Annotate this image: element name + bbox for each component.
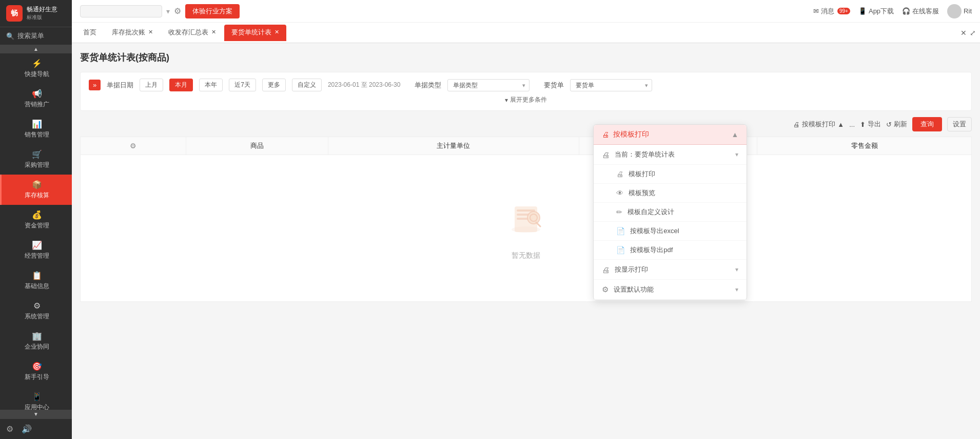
- date-custom-button[interactable]: 自定义: [292, 79, 322, 91]
- page-title: 要货单统计表(按商品): [80, 51, 972, 64]
- tab-order-stat-close[interactable]: ✕: [275, 29, 279, 35]
- settings-button[interactable]: 设置: [947, 117, 972, 131]
- export-label: 导出: [868, 120, 881, 129]
- sidebar-item-enterprise[interactable]: 🏢 企业协同: [0, 326, 72, 356]
- marketing-icon: 📢: [32, 89, 42, 99]
- user-avatar-button[interactable]: Rit: [947, 4, 972, 18]
- filter-bar: » 单据日期 上月 本月 本年 近7天 更多 自定义 2023-06-01 至 …: [80, 72, 972, 111]
- expand-more-icon: ▾: [505, 97, 508, 104]
- filter-expand-icon-button[interactable]: »: [89, 80, 101, 90]
- print-dropdown-header: 🖨 按模板打印 ▲: [594, 125, 747, 145]
- more-options-button[interactable]: ...: [849, 121, 855, 128]
- sidebar-item-label: 销售管理: [25, 130, 49, 139]
- scroll-up-button[interactable]: ▲: [0, 45, 72, 53]
- message-button[interactable]: ✉ 消息 99+: [813, 7, 850, 16]
- table-settings-icon[interactable]: ⚙: [130, 142, 136, 150]
- template-design-label: 模板自定义设计: [628, 207, 674, 217]
- tab-batch-account[interactable]: 库存批次账 ✕: [105, 25, 160, 41]
- expand-more-button[interactable]: ▾ 展开更多条件: [505, 96, 547, 104]
- date-this-month-button[interactable]: 本月: [169, 79, 193, 91]
- newbie-icon: 🎯: [32, 361, 42, 371]
- template-print-icon: 🖨: [616, 170, 623, 178]
- template-export-excel-item[interactable]: 📄 按模板导出excel: [594, 222, 747, 241]
- template-preview-icon: 👁: [616, 189, 623, 197]
- template-print-item[interactable]: 🖨 模板打印: [594, 165, 747, 184]
- svg-point-5: [527, 212, 540, 224]
- print-icon: 🖨: [793, 121, 800, 128]
- filter-action-row: ▾ 展开更多条件: [89, 91, 963, 104]
- app-name: 畅通好生意: [27, 6, 57, 14]
- sidebar-item-quick-nav[interactable]: ⚡ 快捷导航: [0, 53, 72, 84]
- download-icon: 📱: [858, 7, 867, 15]
- quick-nav-icon: ⚡: [32, 59, 42, 68]
- col-retail-amount: 零售金额: [757, 137, 972, 155]
- scroll-down-button[interactable]: ▼: [0, 410, 72, 418]
- message-badge: 99+: [837, 8, 850, 14]
- set-default-item[interactable]: ⚙ 设置默认功能 ▾: [594, 280, 747, 300]
- sidebar-item-system[interactable]: ⚙ 系统管理: [0, 296, 72, 326]
- empty-icon: [505, 196, 546, 245]
- date-more-button[interactable]: 更多: [262, 79, 286, 91]
- print-button[interactable]: 🖨 按模板打印 ▲: [793, 120, 844, 129]
- sidebar-item-newbie[interactable]: 🎯 新手引导: [0, 356, 72, 387]
- app-download-button[interactable]: 📱 App下载: [858, 7, 894, 16]
- tab-receipt-summary-close[interactable]: ✕: [211, 29, 216, 35]
- topbar-search-icon[interactable]: ▾: [166, 7, 170, 15]
- app-logo-icon: 畅: [6, 5, 23, 22]
- col-settings[interactable]: ⚙: [81, 137, 186, 155]
- type-filter-select[interactable]: 单据类型: [447, 79, 530, 91]
- sidebar-search[interactable]: 🔍 搜索菜单: [0, 27, 72, 45]
- tab-batch-account-close[interactable]: ✕: [148, 29, 153, 35]
- template-design-item[interactable]: ✏ 模板自定义设计: [594, 203, 747, 222]
- template-preview-item[interactable]: 👁 模板预览: [594, 184, 747, 203]
- sidebar-item-marketing[interactable]: 📢 营销推广: [0, 84, 72, 114]
- date-last-7days-button[interactable]: 近7天: [229, 79, 256, 91]
- sidebar-logo: 畅 畅通好生意 标准版: [0, 0, 72, 27]
- query-button[interactable]: 查询: [912, 117, 942, 131]
- sidebar-item-label: 应用中心: [25, 403, 49, 410]
- industry-solution-button[interactable]: 体验行业方案: [185, 4, 240, 18]
- order-type-select[interactable]: 要货单: [570, 79, 652, 91]
- main-area: ▾ ⚙ 体验行业方案 ✉ 消息 99+ 📱 App下载 🎧 在线客服 Rit: [72, 0, 980, 439]
- settings-icon[interactable]: ⚙: [6, 424, 13, 434]
- tab-order-stat[interactable]: 要货单统计表 ✕: [224, 25, 286, 41]
- topbar: ▾ ⚙ 体验行业方案 ✉ 消息 99+ 📱 App下载 🎧 在线客服 Rit: [72, 0, 980, 23]
- data-table: ⚙ 商品 主计量单位 主数量 零售金额: [80, 137, 972, 302]
- topbar-search-input[interactable]: [80, 5, 162, 17]
- export-button[interactable]: ⬆ 导出: [860, 120, 881, 129]
- print-chevron-icon: ▲: [837, 121, 844, 128]
- template-export-pdf-label: 按模板导出pdf: [630, 245, 673, 255]
- display-print-item[interactable]: 🖨 按显示打印 ▾: [594, 260, 747, 280]
- sidebar-item-label: 系统管理: [25, 312, 49, 321]
- tab-receipt-summary[interactable]: 收发存汇总表 ✕: [161, 25, 223, 41]
- sidebar-item-sales[interactable]: 📊 销售管理: [0, 114, 72, 144]
- display-print-label: 按显示打印: [615, 265, 648, 274]
- date-this-year-button[interactable]: 本年: [199, 79, 223, 91]
- tab-home[interactable]: 首页: [76, 25, 104, 41]
- sidebar-item-basic[interactable]: 📋 基础信息: [0, 265, 72, 296]
- sales-icon: 📊: [32, 119, 42, 129]
- audio-icon[interactable]: 🔊: [22, 424, 32, 434]
- enterprise-icon: 🏢: [32, 331, 42, 341]
- refresh-button[interactable]: ↺ 刷新: [886, 120, 907, 129]
- print-dropdown-current[interactable]: 🖨 当前：要货单统计表 ▾: [594, 145, 747, 165]
- tab-expand-button[interactable]: ⤢: [970, 29, 976, 37]
- sidebar-item-finance[interactable]: 💰 资金管理: [0, 205, 72, 235]
- sidebar-item-purchase[interactable]: 🛒 采购管理: [0, 144, 72, 175]
- tab-close-all-button[interactable]: ✕: [961, 29, 967, 37]
- template-export-pdf-item[interactable]: 📄 按模板导出pdf: [594, 241, 747, 260]
- print-dropdown-close-button[interactable]: ▲: [731, 130, 738, 139]
- sidebar-item-label: 经营管理: [25, 252, 49, 260]
- set-default-label: 设置默认功能: [614, 285, 654, 294]
- sidebar-item-inventory[interactable]: 📦 库存核算: [0, 175, 72, 205]
- template-print-label: 模板打印: [629, 169, 655, 179]
- online-service-button[interactable]: 🎧 在线客服: [902, 7, 939, 16]
- table-empty-row: 暂无数据: [81, 155, 972, 302]
- sidebar-item-operation[interactable]: 📈 经营管理: [0, 235, 72, 265]
- topbar-gear-icon[interactable]: ⚙: [174, 6, 181, 16]
- basic-icon: 📋: [32, 271, 42, 280]
- date-last-month-button[interactable]: 上月: [140, 79, 163, 91]
- sidebar-item-appstore[interactable]: 📱 应用中心: [0, 387, 72, 410]
- table-header-row: ⚙ 商品 主计量单位 主数量 零售金额: [81, 137, 972, 155]
- print-dropdown-icon: 🖨: [602, 130, 609, 139]
